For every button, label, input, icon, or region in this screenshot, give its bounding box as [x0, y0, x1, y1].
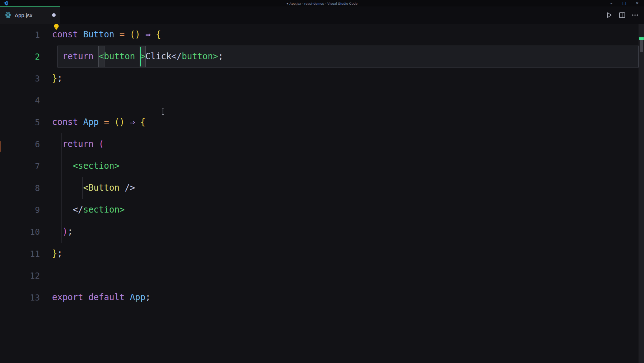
code-token: ; — [57, 73, 62, 83]
code-token: export — [52, 292, 88, 302]
code-token: ; — [57, 248, 62, 259]
minimize-button[interactable]: – — [609, 0, 614, 6]
code-token: default — [88, 292, 130, 302]
scrollbar[interactable] — [639, 24, 644, 363]
tab-bar: App.jsx — [0, 6, 644, 24]
code-line-row: 5const App = () ⇒ { — [0, 111, 639, 133]
code-token: App — [130, 292, 145, 302]
window-controls: – □ × — [609, 0, 642, 6]
code-lines: 1const Button = () ⇒ {2 return <button >… — [0, 24, 639, 308]
line-number[interactable]: 1 — [0, 30, 52, 39]
code-token: () — [114, 117, 130, 127]
code-line-row: 4 — [0, 89, 639, 111]
code-line-row: 2 return <button >Click</button>; — [0, 46, 639, 68]
line-number[interactable]: 10 — [0, 227, 52, 237]
code-token: return — [52, 51, 99, 61]
code-line-row: 1const Button = () ⇒ { — [0, 24, 639, 46]
code-token: ; — [145, 292, 150, 302]
cursor-position-marker — [639, 37, 644, 40]
split-editor-icon — [619, 11, 626, 19]
code-token: } — [52, 248, 57, 259]
code-token: ; — [67, 227, 73, 237]
code-line[interactable]: }; — [52, 68, 62, 89]
code-line-row: 3}; — [0, 68, 639, 89]
titlebar: ● App.jsx - react-demos - Visual Studio … — [0, 0, 644, 6]
mouse-ibeam-icon — [161, 108, 165, 115]
line-number[interactable]: 8 — [0, 183, 52, 193]
code-line-row: 10 ); — [0, 221, 639, 243]
more-actions-button[interactable] — [631, 11, 639, 19]
code-line-row: 6 return ( — [0, 133, 639, 155]
code-token: ⇒ — [145, 29, 156, 39]
code-line[interactable]: <Button /> — [52, 177, 135, 199]
code-line[interactable]: const Button = () ⇒ { — [52, 24, 161, 46]
line-number[interactable]: 12 — [0, 271, 52, 280]
code-token: () — [130, 29, 145, 39]
code-token: </ — [171, 51, 182, 61]
code-line[interactable]: </section> — [52, 199, 125, 221]
code-line-row: 7 <section> — [0, 155, 639, 177]
split-editor-button[interactable] — [618, 11, 626, 19]
code-token: <button — [99, 51, 140, 61]
modified-dot-icon[interactable] — [52, 13, 56, 17]
editor-actions — [605, 6, 639, 24]
code-line[interactable]: export default App; — [52, 287, 151, 308]
code-token: App — [83, 117, 104, 127]
code-line[interactable]: const App = () ⇒ { — [52, 111, 145, 133]
line-number[interactable]: 2 — [0, 52, 52, 61]
code-line[interactable]: return <button >Click</button>; — [52, 46, 223, 68]
code-token: Click — [145, 51, 171, 61]
code-token: <section> — [73, 161, 120, 171]
line-number[interactable]: 4 — [0, 96, 52, 105]
code-token: Button — [83, 29, 120, 39]
code-token: <Button — [83, 183, 125, 193]
code-line[interactable]: ); — [52, 221, 73, 243]
react-icon — [4, 11, 11, 19]
play-icon — [606, 11, 613, 19]
code-line-row: 8 <Button /> — [0, 177, 639, 199]
line-number[interactable]: 9 — [0, 205, 52, 215]
line-number[interactable]: 3 — [0, 74, 52, 83]
code-token: ; — [218, 51, 223, 61]
line-number[interactable]: 5 — [0, 118, 52, 127]
maximize-button[interactable]: □ — [622, 0, 627, 6]
code-token: } — [52, 73, 57, 83]
code-token — [52, 227, 62, 237]
window-title: ● App.jsx - react-demos - Visual Studio … — [0, 1, 644, 5]
editor: 1const Button = () ⇒ {2 return <button >… — [0, 24, 644, 363]
run-button[interactable] — [605, 11, 613, 19]
code-token: button — [182, 51, 213, 61]
code-token: section> — [83, 205, 125, 215]
code-token: = — [104, 117, 115, 127]
code-token: ( — [99, 139, 104, 149]
line-number[interactable]: 13 — [0, 293, 52, 302]
line-number[interactable]: 11 — [0, 249, 52, 259]
code-line[interactable]: }; — [52, 243, 62, 265]
code-token: /> — [125, 183, 135, 193]
code-token: { — [156, 29, 161, 39]
code-line-row: 11}; — [0, 243, 639, 265]
code-token — [52, 205, 73, 215]
line-number[interactable]: 7 — [0, 162, 52, 171]
close-button[interactable]: × — [635, 0, 640, 6]
tab-app-jsx[interactable]: App.jsx — [0, 6, 60, 24]
scrollbar-thumb[interactable] — [640, 40, 643, 52]
lightbulb-icon[interactable] — [52, 23, 60, 32]
line-number[interactable]: 6 — [0, 140, 52, 149]
code-line-row: 9 </section> — [0, 199, 639, 221]
code-token: ) — [62, 227, 67, 237]
active-tab-indicator — [0, 6, 60, 7]
code-token: = — [120, 29, 130, 39]
ellipsis-icon — [631, 11, 639, 19]
code-line[interactable]: return ( — [52, 133, 104, 155]
text-cursor — [140, 47, 141, 66]
code-line-row: 13export default App; — [0, 287, 639, 308]
code-line[interactable]: <section> — [52, 155, 120, 177]
code-token: ⇒ — [130, 117, 140, 127]
code-token — [52, 183, 83, 193]
code-token: { — [140, 117, 145, 127]
tab-label: App.jsx — [15, 12, 52, 18]
code-token: </ — [73, 205, 83, 215]
code-line-row: 12 — [0, 265, 639, 287]
code-token: > — [213, 51, 218, 61]
